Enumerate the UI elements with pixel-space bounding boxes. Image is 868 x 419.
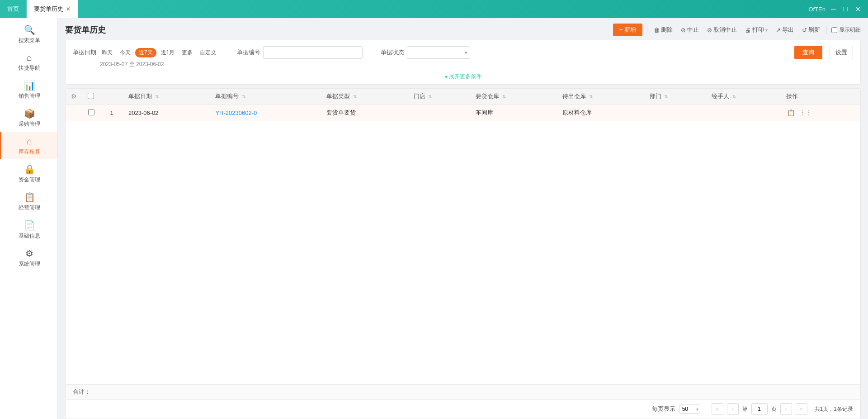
brand-name: OfTEn bbox=[808, 6, 829, 13]
sidebar-item-sales[interactable]: 📊 销售管理 bbox=[0, 76, 57, 104]
sidebar-item-quick-nav[interactable]: ⌂ 快捷导航 bbox=[0, 48, 57, 76]
tab-requisition-close[interactable]: ✕ bbox=[66, 6, 71, 12]
date-opt-7days[interactable]: 近7天 bbox=[135, 48, 156, 57]
date-opt-custom[interactable]: 自定义 bbox=[197, 48, 219, 57]
tab-requisition-history[interactable]: 要货单历史 ✕ bbox=[27, 0, 78, 18]
export-button[interactable]: ↗ 导出 bbox=[774, 25, 796, 35]
window-actions: ─ □ ✕ bbox=[829, 4, 868, 14]
minimize-button[interactable]: ─ bbox=[829, 4, 838, 14]
td-operation: 📋 ⋮⋮ bbox=[781, 105, 860, 121]
row-more-icon[interactable]: ⋮⋮ bbox=[798, 108, 813, 117]
sidebar-item-purchase[interactable]: 📦 采购管理 bbox=[0, 104, 57, 132]
row-bill-type: 要货单要货 bbox=[326, 109, 356, 116]
delete-label: 删除 bbox=[661, 26, 673, 34]
query-label: 查询 bbox=[802, 48, 814, 57]
top-bar: 首页 要货单历史 ✕ OfTEn ─ □ ✕ bbox=[0, 0, 868, 18]
th-store[interactable]: 门店 ⇅ bbox=[408, 89, 470, 105]
expand-label: 展开更多条件 bbox=[449, 73, 481, 81]
sidebar-label-purchase: 采购管理 bbox=[19, 120, 40, 128]
th-store-sort-icon: ⇅ bbox=[428, 94, 432, 99]
bill-no-filter-group: 单据编号 bbox=[237, 46, 363, 59]
new-button[interactable]: + 新增 bbox=[613, 24, 642, 36]
status-select[interactable] bbox=[407, 46, 470, 59]
stop-label: 中止 bbox=[687, 26, 699, 34]
sidebar-item-search-menu[interactable]: 🔍 搜索菜单 bbox=[0, 20, 57, 48]
td-date: 2023-06-02 bbox=[123, 105, 210, 121]
row-pending-warehouse: 原材料仓库 bbox=[562, 109, 592, 116]
td-handler bbox=[706, 105, 781, 121]
stop-button[interactable]: ⊘ 中止 bbox=[679, 25, 701, 35]
table-header-row: ⚙ 单据日期 ⇅ bbox=[66, 89, 860, 105]
date-options: 昨天 今天 近7天 近1月 更多 自定义 bbox=[99, 48, 219, 57]
display-detail-toggle[interactable]: 显示明细 bbox=[831, 26, 861, 34]
delete-button[interactable]: 🗑 删除 bbox=[652, 25, 675, 35]
display-detail-label: 显示明细 bbox=[839, 26, 861, 34]
expand-icon: ▾ bbox=[445, 74, 448, 80]
last-page-button[interactable]: » bbox=[796, 403, 807, 415]
first-page-button[interactable]: « bbox=[712, 403, 723, 415]
cancel-stop-button[interactable]: ⊘ 取消中止 bbox=[705, 25, 739, 35]
filter-row-1: 单据日期 昨天 今天 近7天 近1月 更多 自定义 单据编号 bbox=[73, 46, 853, 59]
page-goto-label: 第 bbox=[742, 405, 748, 413]
bill-no-input[interactable] bbox=[263, 46, 363, 59]
per-page-select[interactable]: 20 50 100 bbox=[679, 405, 700, 414]
td-department bbox=[644, 105, 706, 121]
sidebar-label-basic-info: 基础信息 bbox=[19, 232, 40, 240]
display-detail-checkbox[interactable] bbox=[831, 27, 837, 33]
th-bill-no[interactable]: 单据编号 ⇅ bbox=[210, 89, 321, 105]
close-button[interactable]: ✕ bbox=[853, 4, 863, 14]
th-date[interactable]: 单据日期 ⇅ bbox=[123, 89, 210, 105]
th-req-warehouse[interactable]: 要货仓库 ⇅ bbox=[470, 89, 557, 105]
th-bill-no-sort-icon: ⇅ bbox=[242, 94, 245, 99]
th-handler[interactable]: 经手人 ⇅ bbox=[706, 89, 781, 105]
sidebar-label-inventory: 库存核算 bbox=[19, 148, 40, 156]
date-opt-yesterday[interactable]: 昨天 bbox=[99, 48, 115, 57]
table-scroll: ⚙ 单据日期 ⇅ bbox=[66, 89, 860, 384]
filter-expand-row: ▾ 展开更多条件 bbox=[73, 70, 853, 81]
th-bill-type[interactable]: 单据类型 ⇅ bbox=[321, 89, 408, 105]
sidebar-item-operations[interactable]: 📋 经营管理 bbox=[0, 187, 57, 215]
th-pending-warehouse-label: 待出仓库 bbox=[562, 93, 586, 100]
query-button[interactable]: 查询 bbox=[794, 46, 822, 59]
td-store bbox=[408, 105, 470, 121]
row-actions: 📋 ⋮⋮ bbox=[786, 108, 855, 117]
print-button[interactable]: 🖨 打印 ▾ bbox=[743, 25, 769, 35]
row-req-warehouse: 车间库 bbox=[476, 109, 493, 116]
finance-icon: 🔒 bbox=[24, 164, 35, 175]
select-all-checkbox[interactable] bbox=[88, 93, 94, 99]
date-opt-1month[interactable]: 近1月 bbox=[158, 48, 178, 57]
settings-button[interactable]: 设置 bbox=[830, 46, 853, 59]
maximize-button[interactable]: □ bbox=[841, 4, 849, 14]
prev-page-button[interactable]: ‹ bbox=[727, 403, 739, 415]
td-settings bbox=[66, 105, 82, 121]
divider-2 bbox=[826, 26, 827, 34]
column-settings-icon[interactable]: ⚙ bbox=[71, 93, 77, 100]
sidebar-item-system[interactable]: ⚙ 系统管理 bbox=[0, 243, 57, 271]
next-page-button[interactable]: › bbox=[780, 403, 792, 415]
row-edit-icon[interactable]: 📋 bbox=[786, 108, 796, 117]
date-opt-more[interactable]: 更多 bbox=[179, 48, 195, 57]
print-chevron-icon: ▾ bbox=[765, 28, 768, 33]
basic-info-icon: 📄 bbox=[24, 220, 35, 231]
stop-icon: ⊘ bbox=[681, 27, 686, 33]
page-input[interactable] bbox=[751, 403, 768, 415]
page-unit: 页 bbox=[771, 405, 777, 413]
th-operation: 操作 bbox=[781, 89, 860, 105]
sidebar-item-finance[interactable]: 🔒 资金管理 bbox=[0, 159, 57, 187]
date-opt-today[interactable]: 今天 bbox=[117, 48, 133, 57]
th-req-warehouse-label: 要货仓库 bbox=[476, 93, 499, 100]
date-range-text: 2023-05-27 至 2023-06-02 bbox=[100, 61, 853, 68]
refresh-button[interactable]: ↺ 刷新 bbox=[800, 25, 822, 35]
th-pending-warehouse[interactable]: 待出仓库 ⇅ bbox=[557, 89, 644, 105]
expand-filter-button[interactable]: ▾ 展开更多条件 bbox=[445, 73, 481, 81]
page-header: 要货单历史 + 新增 🗑 删除 ⊘ 中止 ⊘ 取消中止 🖨 打 bbox=[58, 18, 868, 40]
sidebar-item-inventory[interactable]: ⌂ 库存核算 bbox=[0, 132, 57, 159]
sidebar-item-basic-info[interactable]: 📄 基础信息 bbox=[0, 215, 57, 243]
cancel-stop-label: 取消中止 bbox=[713, 26, 737, 34]
th-num bbox=[100, 89, 123, 105]
tab-home[interactable]: 首页 bbox=[0, 0, 27, 18]
status-label: 单据状态 bbox=[381, 48, 404, 57]
row-checkbox[interactable] bbox=[88, 109, 94, 115]
th-department[interactable]: 部门 ⇅ bbox=[644, 89, 706, 105]
row-bill-no-link[interactable]: YH-20230602-0 bbox=[215, 110, 257, 116]
